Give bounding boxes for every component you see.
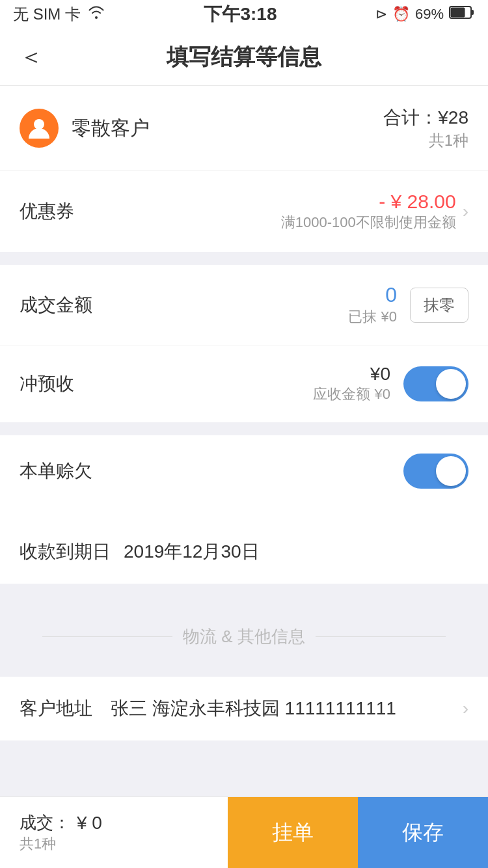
customer-left: 零散客户 (20, 109, 150, 148)
logistics-row: 物流 & 其他信息 (0, 612, 488, 661)
prepay-toggle[interactable] (403, 366, 468, 401)
deal-section: 成交金额 0 已抹 ¥0 抹零 冲预收 ¥0 应收金额 ¥0 (0, 265, 488, 422)
status-bar-time: 下午3:18 (204, 2, 277, 27)
logistics-divider-right (316, 636, 446, 637)
back-button[interactable]: ＜ (20, 41, 43, 73)
save-button[interactable]: 保存 (358, 797, 488, 869)
bottom-count: 共1种 (20, 834, 208, 854)
nav-bar: ＜ 填写结算等信息 (0, 29, 488, 86)
logistics-section: 物流 & 其他信息 (0, 597, 488, 677)
customer-avatar (20, 109, 59, 148)
coupon-right: - ¥ 28.00 满1000-100不限制使用金额 › (281, 191, 468, 232)
deal-amount-row: 成交金额 0 已抹 ¥0 抹零 (0, 265, 488, 346)
round-off-button[interactable]: 抹零 (410, 288, 468, 323)
status-bar-left: 无 SIM 卡 (13, 4, 105, 25)
battery-icon (449, 5, 475, 23)
due-date-label: 收款到期日 (20, 539, 111, 564)
logistics-divider-left (42, 636, 172, 637)
deal-amount-right: 0 已抹 ¥0 抹零 (348, 283, 468, 327)
coupon-desc: 满1000-100不限制使用金额 (281, 213, 456, 232)
location-icon: ⊳ (375, 6, 387, 23)
status-bar-right: ⊳ ⏰ 69% (375, 5, 475, 23)
page-title: 填写结算等信息 (167, 42, 321, 72)
prepay-right: ¥0 应收金额 ¥0 (313, 364, 468, 404)
bottom-info: 成交： ¥ 0 共1种 (0, 811, 228, 854)
bottom-deal-value: ¥ 0 (77, 813, 102, 834)
hold-button[interactable]: 挂单 (228, 797, 358, 869)
prepay-label: 冲预收 (20, 372, 98, 396)
due-date-value: 2019年12月30日 (124, 539, 260, 564)
coupon-info: - ¥ 28.00 满1000-100不限制使用金额 (281, 191, 456, 232)
deal-amount-value-group: 0 已抹 ¥0 (348, 283, 397, 327)
credit-toggle[interactable] (403, 454, 468, 489)
battery-label: 69% (415, 6, 444, 23)
prepay-value-group: ¥0 应收金额 ¥0 (313, 364, 390, 404)
credit-row: 本单赊欠 (20, 454, 468, 489)
address-chevron-icon: › (463, 698, 468, 719)
coupon-chevron-icon: › (463, 201, 468, 222)
status-bar: 无 SIM 卡 下午3:18 ⊳ ⏰ 69% (0, 0, 488, 29)
customer-row: 零散客户 合计：¥28 共1种 (0, 86, 488, 170)
address-value: 张三 海淀永丰科技园 11111111111 (111, 696, 450, 721)
bottom-deal-label: 成交： (20, 811, 70, 834)
svg-point-3 (34, 119, 44, 129)
credit-section: 本单赊欠 收款到期日 2019年12月30日 (0, 435, 488, 584)
coupon-label: 优惠券 (20, 199, 74, 224)
prepay-toggle-knob (436, 369, 466, 399)
deal-amount-sub: 已抹 ¥0 (348, 307, 397, 327)
coupon-row[interactable]: 优惠券 - ¥ 28.00 满1000-100不限制使用金额 › (0, 170, 488, 252)
carrier-label: 无 SIM 卡 (13, 4, 81, 25)
main-content: 零散客户 合计：¥28 共1种 优惠券 - ¥ 28.00 满1000-100不… (0, 86, 488, 832)
customer-count: 共1种 (383, 130, 468, 151)
svg-rect-1 (471, 10, 474, 15)
due-date-row: 收款到期日 2019年12月30日 (0, 520, 488, 584)
address-label: 客户地址 (20, 696, 98, 721)
customer-name: 零散客户 (72, 115, 150, 142)
credit-label: 本单赊欠 (20, 459, 92, 483)
svg-rect-2 (450, 8, 465, 18)
bottom-bar: 成交： ¥ 0 共1种 挂单 保存 (0, 796, 488, 868)
logistics-title: 物流 & 其他信息 (183, 625, 305, 648)
credit-toggle-knob (436, 456, 466, 486)
address-section: 客户地址 张三 海淀永丰科技园 11111111111 › (0, 677, 488, 740)
deal-amount-value: 0 (348, 283, 397, 307)
customer-right: 合计：¥28 共1种 (383, 105, 468, 151)
prepay-row: 冲预收 ¥0 应收金额 ¥0 (0, 346, 488, 422)
alarm-icon: ⏰ (392, 6, 410, 23)
address-row[interactable]: 客户地址 张三 海淀永丰科技园 11111111111 › (0, 677, 488, 740)
bottom-deal: 成交： ¥ 0 (20, 811, 208, 834)
prepay-value: ¥0 (313, 364, 390, 385)
credit-inner: 本单赊欠 (0, 435, 488, 507)
customer-total: 合计：¥28 (383, 105, 468, 130)
wifi-icon (87, 5, 105, 23)
coupon-discount: - ¥ 28.00 (281, 191, 456, 213)
prepay-sub: 应收金额 ¥0 (313, 385, 390, 404)
customer-section: 零散客户 合计：¥28 共1种 优惠券 - ¥ 28.00 满1000-100不… (0, 86, 488, 252)
deal-amount-label: 成交金额 (20, 293, 98, 318)
